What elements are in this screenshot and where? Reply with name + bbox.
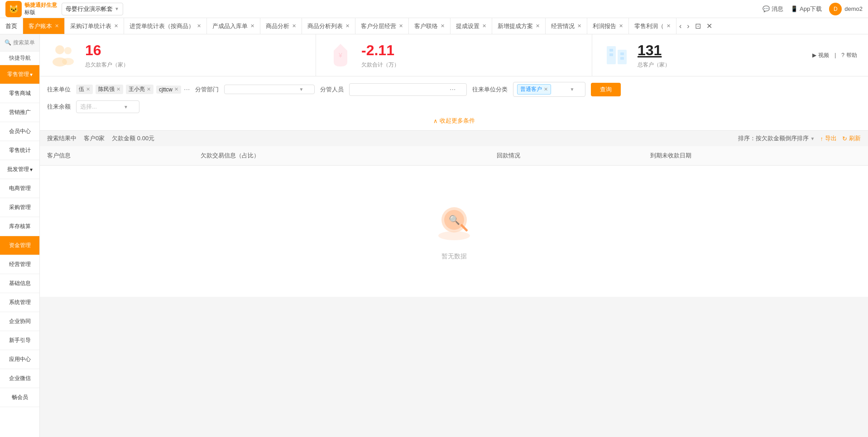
sidebar-item-enterprise-wechat[interactable]: 企业微信 [0, 369, 39, 388]
chevron-right-icon: ▾ [30, 71, 33, 78]
tab-close-icon[interactable]: ✕ [619, 23, 623, 29]
tab-goods-analysis[interactable]: 商品分析 ✕ [260, 18, 302, 34]
video-btn[interactable]: ▶ 视频 [812, 52, 829, 59]
filter-dept-select[interactable]: ▼ [224, 85, 315, 94]
svg-point-3 [62, 58, 74, 65]
sidebar-item-retail-mall[interactable]: 零售商城 [0, 84, 39, 103]
sidebar-item-finance[interactable]: 资金管理 [0, 236, 39, 255]
tab-close-icon[interactable]: ✕ [292, 23, 296, 29]
filter-unit-type-label: 往来单位分类 [472, 86, 508, 94]
tab-retail-profit[interactable]: 零售利润（ ✕ [629, 18, 676, 34]
tab-close-icon[interactable]: ✕ [667, 23, 671, 29]
filter-balance-select[interactable]: 选择... ▼ [76, 100, 139, 113]
sidebar-item-retail-stats[interactable]: 零售统计 [0, 141, 39, 160]
sidebar-search[interactable]: 🔍 搜索菜单 [0, 34, 39, 52]
filter-tag-wang-remove[interactable]: ✕ [147, 86, 151, 92]
tab-business-status[interactable]: 经营情况 ✕ [546, 18, 587, 34]
sidebar-item-enterprise[interactable]: 企业协同 [0, 312, 39, 331]
sidebar-item-app-center[interactable]: 应用中心 [0, 350, 39, 369]
sidebar-item-purchase[interactable]: 采购管理 [0, 198, 39, 217]
tab-close-icon[interactable]: ✕ [482, 23, 486, 29]
help-btn[interactable]: ? 帮助 [841, 52, 857, 59]
filter-more-tags[interactable]: ··· [184, 86, 190, 94]
tab-business-status-label: 经营情况 [551, 22, 575, 30]
tab-close-icon[interactable]: ✕ [536, 23, 540, 29]
avatar: D [829, 3, 842, 15]
tab-nav-forward[interactable]: › [684, 18, 692, 34]
tab-mention-settings-label: 提成设置 [456, 22, 480, 30]
sidebar-item-basic-info[interactable]: 基础信息 [0, 274, 39, 293]
filter-tag-wang: 王小亮 ✕ [126, 85, 153, 94]
sidebar-item-vip-member[interactable]: 畅会员 [0, 388, 39, 407]
tab-customer-capital[interactable]: 客户账本 ✕ [23, 18, 65, 34]
filter-manager-more[interactable]: ··· [450, 86, 456, 94]
sidebar-item-retail[interactable]: 零售管理 ▾ [0, 65, 39, 84]
sidebar-item-member[interactable]: 会员中心 [0, 122, 39, 141]
tab-mention-settings[interactable]: 提成设置 ✕ [451, 18, 492, 34]
sidebar-item-inventory-label: 库存核算 [9, 223, 31, 229]
refresh-button[interactable]: ↻ 刷新 [842, 134, 861, 142]
filter-tag-normal-remove[interactable]: ✕ [544, 86, 548, 92]
sidebar-item-operations[interactable]: 经营管理 [0, 255, 39, 274]
tab-cost-inbound[interactable]: 产成品入库单 ✕ [207, 18, 260, 34]
col-customer-info: 客户信息 [40, 146, 193, 166]
export-button[interactable]: ↑ 导出 [820, 134, 837, 142]
sidebar-item-system[interactable]: 系统管理 [0, 293, 39, 312]
filter-tag-chen-remove[interactable]: ✕ [116, 86, 120, 92]
filter-manager-select[interactable]: ··· [349, 83, 467, 96]
stat-all-customers-inner: 131 总客户（家） [603, 42, 670, 69]
tab-close-icon[interactable]: ✕ [55, 23, 59, 29]
tab-nav-expand[interactable]: ⊡ [692, 18, 704, 34]
tab-close-icon[interactable]: ✕ [250, 23, 254, 29]
filter-tag-wu-remove[interactable]: ✕ [86, 86, 90, 92]
tab-goods-list[interactable]: 商品分析列表 ✕ [302, 18, 355, 34]
chevron-right-icon: ▾ [30, 166, 33, 173]
tab-home[interactable]: 首页 [0, 18, 23, 34]
tab-purchase-stats[interactable]: 进货单统计表（按商品） ✕ [124, 18, 207, 34]
tab-close-icon[interactable]: ✕ [197, 23, 201, 29]
query-button[interactable]: 查询 [591, 83, 621, 96]
stat-all-values: 131 总客户（家） [638, 42, 670, 68]
filter-tag-chen: 陈民强 ✕ [96, 85, 123, 94]
chevron-down-balance: ▼ [124, 104, 128, 109]
message-btn[interactable]: 💬 消息 [762, 5, 783, 13]
tab-close-icon[interactable]: ✕ [399, 23, 403, 29]
sidebar-item-ecommerce[interactable]: 电商管理 [0, 179, 39, 198]
filter-tag-cjttcw-remove[interactable]: ✕ [174, 86, 178, 92]
sidebar-item-member-label: 会员中心 [9, 128, 31, 134]
sidebar-item-wholesale[interactable]: 批发管理 ▾ [0, 160, 39, 179]
tab-close-icon[interactable]: ✕ [345, 23, 350, 29]
tab-purchase-order-label: 采购订单统计表 [70, 22, 111, 30]
chevron-down-icon: ▼ [115, 6, 119, 11]
col-overdue-date: 到期未收款日期 [643, 146, 868, 166]
content-area: 16 总欠款客户（家） ¥ -2.11 欠款合计（万） [40, 34, 868, 437]
tab-nav-more[interactable]: ‹ [676, 18, 684, 34]
sidebar-quick-nav[interactable]: 快捷导航 [0, 52, 39, 65]
sort-button[interactable]: 排序：按欠款金额倒序排序 ▼ [738, 134, 815, 142]
col-payment: 回款情况 [489, 146, 643, 166]
tab-close-icon[interactable]: ✕ [577, 23, 581, 29]
refresh-label: 刷新 [849, 134, 861, 142]
result-bar: 搜索结果中 客户0家 欠款金额 0.00元 排序：按欠款金额倒序排序 ▼ ↑ 导… [40, 131, 868, 146]
filter-unit-type-select[interactable]: 普通客户 ✕ ▼ [513, 82, 585, 97]
sidebar-item-inventory[interactable]: 库存核算 [0, 217, 39, 236]
tab-close-icon[interactable]: ✕ [441, 23, 445, 29]
tab-new-mention[interactable]: 新增提成方案 ✕ [492, 18, 546, 34]
sidebar-item-new-guide[interactable]: 新手引导 [0, 331, 39, 350]
sidebar-item-marketing[interactable]: 营销推广 [0, 103, 39, 122]
tab-customer-tier[interactable]: 客户分层经营 ✕ [355, 18, 409, 34]
stat-total-debt: ¥ -2.11 欠款合计（万） [316, 34, 592, 76]
user-area[interactable]: D demo2 [829, 3, 863, 15]
collapse-button[interactable]: ∧ 收起更多条件 [47, 117, 861, 125]
app-download-btn[interactable]: 📱 App下载 [791, 5, 822, 13]
account-name: 母婴行业演示帐套 [66, 5, 113, 13]
account-selector[interactable]: 母婴行业演示帐套 ▼ [62, 3, 123, 15]
tab-nav-close-all[interactable]: ✕ [704, 18, 715, 34]
tab-cost-inbound-label: 产成品入库单 [212, 22, 248, 30]
sidebar-item-retail-stats-label: 零售统计 [9, 147, 31, 153]
tab-profit-report[interactable]: 利润报告 ✕ [587, 18, 629, 34]
tab-customer-contact[interactable]: 客户联络 ✕ [409, 18, 451, 34]
tab-purchase-order[interactable]: 采购订单统计表 ✕ [65, 18, 124, 34]
tab-home-label: 首页 [5, 22, 17, 30]
tab-close-icon[interactable]: ✕ [114, 23, 118, 29]
